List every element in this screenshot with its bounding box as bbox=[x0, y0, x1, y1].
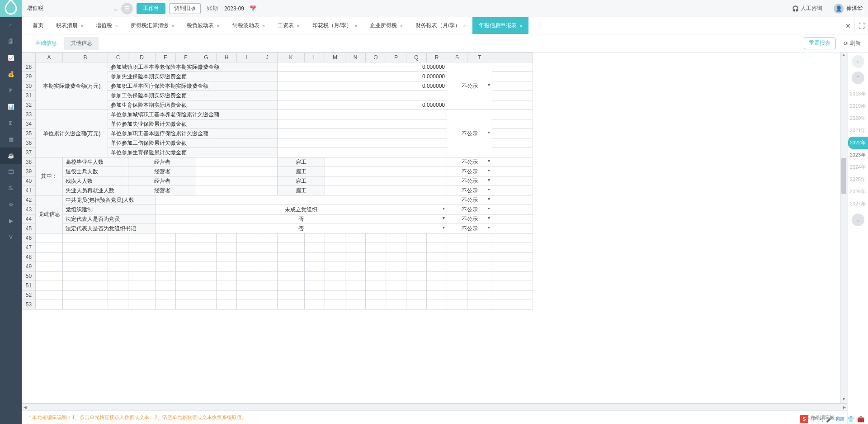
cell[interactable] bbox=[467, 243, 492, 252]
nav-item-13[interactable]: V bbox=[0, 229, 22, 245]
cell[interactable] bbox=[386, 281, 406, 291]
cell[interactable] bbox=[492, 291, 533, 300]
row-header-47[interactable]: 47 bbox=[22, 243, 36, 252]
cell[interactable] bbox=[447, 272, 467, 281]
value-cell[interactable] bbox=[325, 186, 447, 195]
row-header-52[interactable]: 52 bbox=[22, 291, 36, 300]
cell[interactable] bbox=[108, 281, 128, 291]
tab-2[interactable]: 增值税× bbox=[90, 17, 124, 34]
nav-item-3[interactable]: 💰 bbox=[0, 66, 22, 82]
cell[interactable] bbox=[427, 300, 447, 310]
cell[interactable] bbox=[447, 243, 467, 252]
row-header-29[interactable]: 29 bbox=[22, 72, 36, 81]
cell[interactable] bbox=[128, 272, 156, 281]
cell[interactable] bbox=[196, 262, 217, 272]
year-2024年[interactable]: 2024年 bbox=[848, 161, 868, 173]
cell[interactable] bbox=[196, 281, 217, 291]
year-2027年[interactable]: 2027年 bbox=[848, 198, 868, 210]
calendar-icon[interactable]: 📅 bbox=[250, 5, 256, 12]
cell[interactable] bbox=[406, 252, 427, 262]
value-cell[interactable] bbox=[278, 148, 447, 157]
cell[interactable] bbox=[237, 233, 257, 243]
cell[interactable] bbox=[278, 272, 305, 281]
cell[interactable] bbox=[36, 272, 63, 281]
cell[interactable] bbox=[427, 243, 447, 252]
cell[interactable] bbox=[345, 243, 366, 252]
cell[interactable] bbox=[176, 262, 196, 272]
cell[interactable] bbox=[386, 252, 406, 262]
value-select[interactable]: 未成立党组织 bbox=[156, 205, 447, 214]
cell[interactable] bbox=[492, 186, 533, 195]
cell[interactable] bbox=[156, 233, 176, 243]
cell[interactable] bbox=[237, 252, 257, 262]
row-header-28[interactable]: 28 bbox=[22, 62, 36, 72]
user-menu[interactable]: 👤 徐泽华 bbox=[834, 4, 863, 14]
year-2023年[interactable]: 2023年 bbox=[848, 149, 868, 161]
cell[interactable] bbox=[492, 157, 533, 167]
publish-select[interactable]: 不公示 bbox=[447, 214, 492, 224]
row-header-36[interactable]: 36 bbox=[22, 138, 36, 148]
cell[interactable] bbox=[325, 272, 345, 281]
row-header-53[interactable]: 53 bbox=[22, 300, 36, 310]
spreadsheet-grid[interactable]: ABCDEFGHIJKLMNOPQRST28本期实际缴费金额(万元)参加城镇职工… bbox=[22, 52, 533, 310]
cell[interactable] bbox=[217, 233, 237, 243]
cell[interactable] bbox=[467, 272, 492, 281]
tab-close-icon[interactable]: × bbox=[519, 23, 522, 29]
cell[interactable] bbox=[492, 110, 533, 119]
cell[interactable] bbox=[305, 243, 325, 252]
cell[interactable] bbox=[325, 243, 345, 252]
nav-item-6[interactable]: 🗓 bbox=[0, 115, 22, 131]
cell[interactable] bbox=[196, 291, 217, 300]
cell[interactable] bbox=[63, 291, 108, 300]
cell[interactable] bbox=[257, 281, 278, 291]
cell[interactable] bbox=[237, 272, 257, 281]
cell[interactable] bbox=[257, 262, 278, 272]
cell[interactable] bbox=[386, 233, 406, 243]
nav-item-7[interactable]: ▦ bbox=[0, 131, 22, 148]
value-cell[interactable] bbox=[325, 157, 447, 167]
cell[interactable] bbox=[427, 233, 447, 243]
cell[interactable] bbox=[108, 291, 128, 300]
cell[interactable] bbox=[492, 214, 533, 224]
cell[interactable] bbox=[156, 252, 176, 262]
cell[interactable] bbox=[108, 233, 128, 243]
row-header-41[interactable]: 41 bbox=[22, 186, 36, 195]
cell[interactable] bbox=[492, 300, 533, 310]
cell[interactable] bbox=[36, 262, 63, 272]
cell[interactable] bbox=[237, 291, 257, 300]
cell[interactable] bbox=[406, 291, 427, 300]
cell[interactable] bbox=[366, 252, 386, 262]
cell[interactable] bbox=[196, 300, 217, 310]
cell[interactable] bbox=[492, 195, 533, 205]
cell[interactable] bbox=[467, 300, 492, 310]
year-2026年[interactable]: 2026年 bbox=[848, 186, 868, 198]
cell[interactable] bbox=[345, 291, 366, 300]
cell[interactable] bbox=[366, 233, 386, 243]
cell[interactable] bbox=[36, 300, 63, 310]
row-header-49[interactable]: 49 bbox=[22, 262, 36, 272]
cell[interactable] bbox=[36, 252, 63, 262]
cell[interactable] bbox=[492, 272, 533, 281]
value-cell[interactable]: 0.000000 bbox=[278, 72, 447, 81]
cell[interactable] bbox=[447, 233, 467, 243]
cell[interactable] bbox=[492, 262, 533, 272]
col-header-S[interactable]: S bbox=[447, 53, 467, 62]
cell[interactable] bbox=[237, 262, 257, 272]
row-header-38[interactable]: 38 bbox=[22, 157, 36, 167]
cell[interactable] bbox=[305, 291, 325, 300]
year-2022年[interactable]: 2022年 bbox=[848, 137, 868, 149]
nav-item-2[interactable]: 📈 bbox=[0, 50, 22, 66]
switch-old-button[interactable]: 切到旧版 bbox=[169, 3, 201, 14]
col-header-L[interactable]: L bbox=[305, 53, 325, 62]
cell[interactable] bbox=[427, 252, 447, 262]
cell[interactable] bbox=[63, 262, 108, 272]
year-2018年[interactable]: 2018年 bbox=[848, 88, 868, 100]
cell[interactable] bbox=[366, 272, 386, 281]
cell[interactable] bbox=[492, 72, 533, 81]
cell[interactable] bbox=[108, 272, 128, 281]
row-header-44[interactable]: 44 bbox=[22, 214, 36, 224]
cell[interactable] bbox=[128, 243, 156, 252]
value-cell[interactable] bbox=[196, 186, 278, 195]
cell[interactable] bbox=[467, 262, 492, 272]
value-cell[interactable] bbox=[278, 119, 447, 129]
